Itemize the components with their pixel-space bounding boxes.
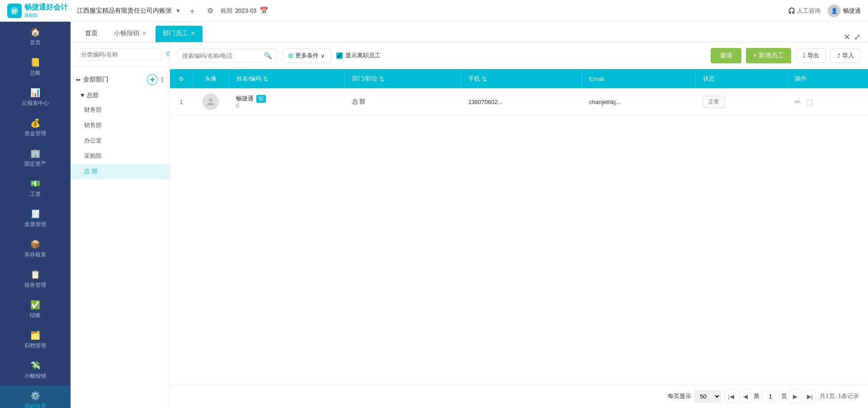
user-section[interactable]: 👤 畅捷通 xyxy=(828,5,861,17)
support-button[interactable]: 🎧 人工咨询 xyxy=(788,7,821,15)
page-di-label: 第 xyxy=(754,392,760,400)
export-icon: ⤵ xyxy=(802,52,806,59)
dept-item-purchasing[interactable]: 采购部 xyxy=(71,148,170,164)
page-number-input[interactable] xyxy=(761,391,779,402)
home-icon: 🏠 xyxy=(30,27,40,37)
dept-search-input[interactable] xyxy=(76,48,162,61)
edit-icon[interactable]: ✏ xyxy=(795,98,801,106)
page-first-button[interactable]: |◀ xyxy=(725,390,737,403)
employee-search-input[interactable] xyxy=(182,52,261,59)
invite-button[interactable]: 邀请 xyxy=(711,48,741,63)
sidebar-item-basic-settings[interactable]: ⚙️ 基础设置 xyxy=(0,385,71,408)
per-page-dropdown[interactable]: 50 10 20 100 xyxy=(694,390,721,403)
company-section: 江西服宝精品有限责任公司内账张 ▼ ＋ ⚙ 账期 2023-03 📅 xyxy=(77,5,788,16)
dept-header-actions: ⟪ xyxy=(147,74,164,85)
th-avatar: 头像 xyxy=(193,69,229,88)
dept-collapse-icon[interactable]: ⟪ xyxy=(160,76,164,83)
show-resigned-input[interactable] xyxy=(336,52,343,59)
tab-dept-employee-close-icon[interactable]: ✕ xyxy=(191,30,195,37)
more-filter-button[interactable]: ⊞ 更多条件 ∨ xyxy=(282,48,331,63)
all-dept-label-section: ▪▪ 全部部门 xyxy=(76,76,108,84)
calendar-icon[interactable]: 📅 xyxy=(259,6,269,15)
th-email: Email xyxy=(582,69,695,88)
tab-dept-employee[interactable]: 部门员工 ✕ xyxy=(156,26,203,42)
per-page-label: 每页显示 xyxy=(668,392,691,400)
sidebar-item-inventory-label: 库存核算 xyxy=(24,251,46,259)
sidebar-item-settlement-label: 结账 xyxy=(30,312,41,319)
td-dept: 总 部 xyxy=(345,88,461,116)
tab-maximize-icon[interactable]: ⤢ xyxy=(854,32,861,42)
import-icon: ⤴ xyxy=(837,52,840,59)
pagination: 每页显示 50 10 20 100 |◀ ◀ 第 页 xyxy=(170,384,868,408)
all-dept-header[interactable]: ▪▪ 全部部门 ⟪ xyxy=(71,71,170,89)
sidebar-item-tax[interactable]: 📋 税务管理 xyxy=(0,264,71,294)
sidebar-item-home-label: 首页 xyxy=(30,39,41,47)
dept-item-finance[interactable]: 财务部 xyxy=(71,102,170,118)
app-name: 畅捷通好会计 xyxy=(24,3,68,12)
table-body: 1 畅捷通 部 xyxy=(170,88,868,116)
sidebar-item-reports[interactable]: 📊 云报表中心 xyxy=(0,82,71,113)
topbar-right: 🎧 人工咨询 👤 畅捷通 xyxy=(788,5,861,17)
sidebar-item-expense[interactable]: 💸 小畅报销 xyxy=(0,355,71,385)
sidebar-item-invoices[interactable]: 🧾 发票管理 xyxy=(0,204,71,234)
employee-table-container: ⚙ 头像 姓名/编码 ⇅ xyxy=(170,69,868,384)
page-size-select: 每页显示 50 10 20 100 xyxy=(668,390,721,403)
page-last-button[interactable]: ▶| xyxy=(803,390,816,403)
employee-search-icon[interactable]: 🔍 xyxy=(264,52,272,59)
sidebar-item-settlement[interactable]: ✅ 结账 xyxy=(0,294,71,325)
employee-search-box: 🔍 xyxy=(177,49,277,62)
sidebar-item-funds[interactable]: 💰 资金管理 xyxy=(0,113,71,143)
company-dropdown-icon[interactable]: ▼ xyxy=(175,8,181,14)
dept-search-icon[interactable]: 🔍 xyxy=(165,51,170,58)
sidebar-item-fixed-assets[interactable]: 🏢 固定资产 xyxy=(0,143,71,173)
tab-dept-employee-label: 部门员工 xyxy=(163,29,188,38)
employee-table: ⚙ 头像 姓名/编码 ⇅ xyxy=(170,69,868,116)
page-label: 页 xyxy=(781,392,787,400)
th-dept[interactable]: 部门/职位 ⇅ xyxy=(345,69,461,88)
sidebar-item-funds-label: 资金管理 xyxy=(24,130,46,138)
show-resigned-checkbox[interactable]: 显示离职员工 xyxy=(336,52,381,60)
sidebar-item-inventory[interactable]: 📦 库存核算 xyxy=(0,234,71,264)
logo-icon: 好 xyxy=(7,4,22,18)
th-phone[interactable]: 手机 ⇅ xyxy=(461,69,582,88)
th-settings[interactable]: ⚙ xyxy=(170,69,193,88)
page-prev-button[interactable]: ◀ xyxy=(739,390,752,403)
th-name-sort-icon: ⇅ xyxy=(263,76,268,82)
import-button[interactable]: ⤴ 导入 xyxy=(830,48,861,63)
add-employee-button[interactable]: + 新增员工 xyxy=(746,48,791,63)
th-actions-label: 操作 xyxy=(795,75,807,82)
period-section: 账期 2023-03 📅 xyxy=(221,6,269,15)
tab-expense[interactable]: 小畅报销 ✕ xyxy=(107,26,154,42)
logout-icon[interactable]: ⬚ xyxy=(806,98,813,106)
tab-home[interactable]: 首页 xyxy=(78,26,105,42)
period-value: 2023-03 xyxy=(235,7,257,14)
filter-arrow-icon: ∨ xyxy=(321,52,325,59)
all-dept-label: 全部部门 xyxy=(83,76,108,84)
th-phone-sort-icon: ⇅ xyxy=(482,76,487,82)
toolbar: 🔍 ⊞ 更多条件 ∨ 显示离职员工 邀请 + 新增员工 xyxy=(170,43,868,69)
add-icon[interactable]: ＋ xyxy=(188,5,196,16)
user-name: 畅捷通 xyxy=(843,7,861,15)
dept-item-purchasing-label: 采购部 xyxy=(84,152,102,159)
page-next-button[interactable]: ▶ xyxy=(789,390,802,403)
dept-badge: 部 xyxy=(256,95,266,103)
dept-item-sales-label: 销售部 xyxy=(84,122,102,128)
dept-add-button[interactable] xyxy=(147,74,158,85)
toolbar-right: 邀请 + 新增员工 ⤵ 导出 ⤴ 导入 xyxy=(711,48,861,63)
settings-icon[interactable]: ⚙ xyxy=(207,6,213,15)
table-header-row: ⚙ 头像 姓名/编码 ⇅ xyxy=(170,69,868,88)
td-email: chanjethkj... xyxy=(582,88,695,116)
sidebar-item-archive[interactable]: 🗂️ 归档管理 xyxy=(0,325,71,355)
export-button[interactable]: ⤵ 导出 xyxy=(796,48,826,63)
sidebar-item-reports-label: 云报表中心 xyxy=(22,100,49,107)
tab-expense-close-icon[interactable]: ✕ xyxy=(142,30,146,37)
tab-close-icon[interactable]: ✕ xyxy=(844,32,850,42)
sidebar-item-home[interactable]: 🏠 首页 xyxy=(0,22,71,52)
sidebar-item-general-ledger[interactable]: 📒 总账 xyxy=(0,52,71,82)
sidebar-item-basic-settings-label: 基础设置 xyxy=(24,403,46,408)
dept-item-sales[interactable]: 销售部 xyxy=(71,118,170,133)
dept-item-office[interactable]: 办公室 xyxy=(71,133,170,148)
sidebar-item-payroll[interactable]: 💵 工资 xyxy=(0,173,71,204)
dept-item-headquarter-sub[interactable]: 总 部 xyxy=(71,164,170,179)
th-name[interactable]: 姓名/编码 ⇅ xyxy=(229,69,345,88)
